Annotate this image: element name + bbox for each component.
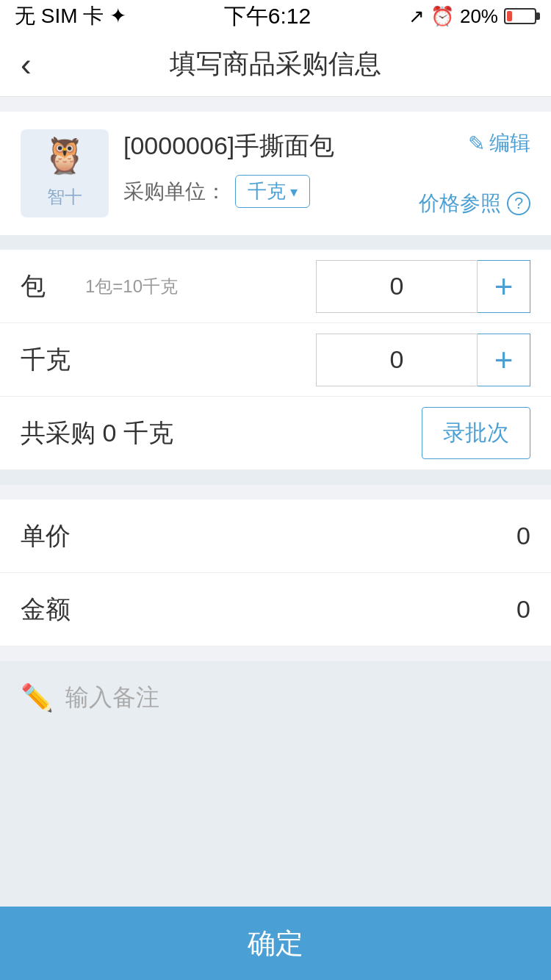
amount-label: 金额 [21,593,71,627]
bag-input-control: + [316,260,530,313]
unit-value: 千克 [248,179,286,204]
bag-input[interactable] [316,260,478,313]
pencil-icon: ✏️ [21,682,54,713]
unit-price-label: 单价 [21,519,71,553]
edit-icon: ✎ [468,131,485,156]
nav-bar: ‹ 填写商品采购信息 [0,32,551,97]
back-button[interactable]: ‹ [21,48,32,81]
location-icon: ↗ [408,5,425,28]
section-divider-1 [0,235,551,250]
bag-input-row: 包 1包=10千克 + [0,250,551,323]
help-icon: ? [507,192,530,215]
unit-price-value: 0 [516,522,530,550]
unit-price-row: 单价 0 [0,500,551,573]
unit-label: 采购单位： [123,178,226,206]
batch-button[interactable]: 录批次 [422,407,530,459]
price-ref-button[interactable]: 价格参照 ? [419,190,530,217]
battery-icon [504,8,536,24]
bag-plus-button[interactable]: + [478,260,530,313]
price-ref-label: 价格参照 [419,190,501,217]
notes-section[interactable]: ✏️ 输入备注 [0,661,551,735]
section-divider-2 [0,470,551,485]
alarm-icon: ⏰ [431,5,454,28]
product-image: 🦉智十 [21,129,109,217]
status-left: 无 SIM 卡 ✦ [15,2,126,30]
price-section: 单价 0 金额 0 [0,500,551,646]
amount-row: 金额 0 [0,573,551,646]
unit-arrow-icon: ▾ [290,183,298,201]
edit-label: 编辑 [489,129,530,157]
kg-input[interactable] [316,334,478,386]
unit-selector[interactable]: 千克 ▾ [235,175,310,208]
confirm-button[interactable]: 确定 [0,907,551,980]
status-time: 下午6:12 [224,1,311,32]
product-card: 🦉智十 [0000006]手撕面包 采购单位： 千克 ▾ ✎ 编辑 价格参照 ? [0,112,551,235]
bag-sublabel: 1包=10千克 [85,275,178,298]
kg-label: 千克 [21,343,79,377]
summary-text: 共采购 0 千克 [21,417,173,450]
page-title: 填写商品采购信息 [170,46,381,82]
amount-value: 0 [516,595,530,624]
status-right: ↗ ⏰ 20% [408,5,536,28]
kg-input-row: 千克 + [0,323,551,397]
kg-input-control: + [316,334,530,386]
input-section: 包 1包=10千克 + 千克 + [0,250,551,397]
bag-label: 包 [21,270,79,303]
battery-percent: 20% [460,5,498,28]
battery-fill [507,11,512,21]
status-bar: 无 SIM 卡 ✦ 下午6:12 ↗ ⏰ 20% [0,0,551,32]
sim-text: 无 SIM 卡 ✦ [15,2,126,30]
edit-button[interactable]: ✎ 编辑 [468,129,530,157]
notes-placeholder: 输入备注 [65,682,159,714]
kg-plus-button[interactable]: + [478,334,530,386]
summary-row: 共采购 0 千克 录批次 [0,397,551,470]
logo-text: 智十 [47,187,82,206]
product-logo: 🦉智十 [43,138,87,209]
